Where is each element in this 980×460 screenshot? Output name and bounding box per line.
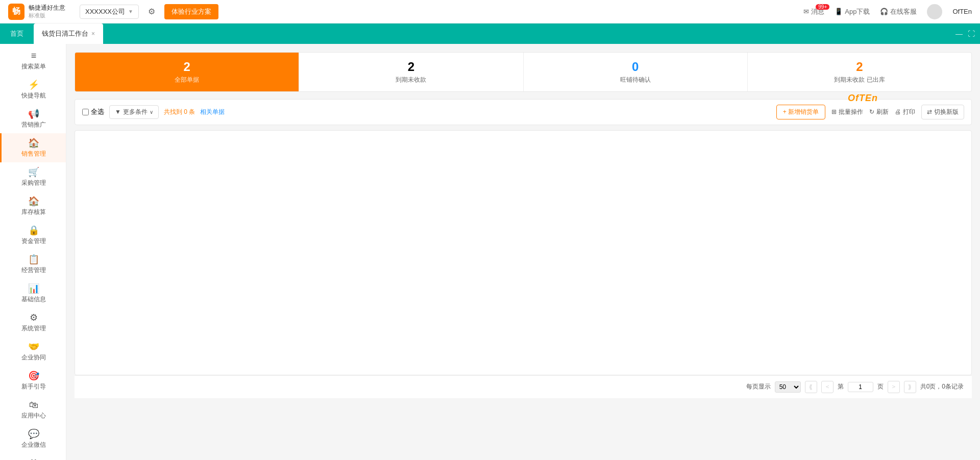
pagination: 每页显示 50 100 200 ⟪ ＜ 第 页 ＞ ⟫ 共0页，0条记录 (75, 375, 972, 398)
sidebar-item-app-center[interactable]: 🛍 应用中心 (0, 395, 66, 424)
purchase-icon: 🛒 (28, 167, 39, 177)
app-download-item[interactable]: 📱 App下载 (835, 7, 870, 16)
sidebar-item-system[interactable]: ⚙ 系统管理 (0, 308, 66, 337)
messages-badge: 99+ (816, 4, 829, 10)
main-layout: ≡ 搜索菜单 ⚡ 快捷导航 📢 营销推广 🏠 销售管理 🛒 采购管理 🏠 库存核… (0, 44, 980, 460)
sidebar-item-inventory[interactable]: 🏠 库存核算 (0, 191, 66, 221)
page-input[interactable] (848, 382, 873, 392)
nav-tabs: 首页 钱货日清工作台 × — ⛶ (0, 23, 980, 44)
headset-icon: 🎧 (880, 8, 888, 15)
avatar[interactable] (927, 4, 942, 19)
sidebar-item-operations[interactable]: 📋 经营管理 (0, 250, 66, 279)
stat-num-overdue-out: 2 (758, 60, 961, 75)
stat-label-overdue: 到期未收款 (309, 76, 512, 84)
wechat-icon: 💬 (28, 429, 39, 439)
message-icon: ✉ (803, 8, 809, 15)
stat-card-overdue[interactable]: 2 到期未收款 (299, 53, 523, 91)
switch-version-button[interactable]: ⇄ 切换新版 (921, 105, 964, 119)
sales-icon: 🏠 (28, 138, 39, 148)
add-order-button[interactable]: + 新增销货单 (776, 105, 825, 119)
header-right: ✉ 消息 99+ 📱 App下载 🎧 在线客服 OfTEn (803, 4, 972, 19)
batch-icon: ⊞ (831, 108, 837, 115)
quick-nav-icon: ⚡ (28, 80, 39, 89)
found-text: 共找到 0 条 (164, 108, 195, 116)
print-button[interactable]: 🖨 打印 (895, 108, 915, 116)
logo-area: 畅 畅捷通好生意 标准版 (8, 4, 75, 20)
pagination-summary: 共0页，0条记录 (920, 382, 964, 391)
stat-card-overdue-out[interactable]: 2 到期未收款 已出库 (748, 53, 971, 91)
stat-label-pending: 旺铺待确认 (534, 76, 737, 84)
inventory-icon: 🏠 (28, 197, 39, 206)
first-page-button[interactable]: ⟪ (805, 381, 817, 393)
page-label-end: 页 (877, 382, 884, 391)
found-count: 0 (184, 108, 187, 115)
stat-num-pending: 0 (534, 60, 737, 75)
batch-action-button[interactable]: ⊞ 批量操作 (831, 108, 863, 116)
sidebar-item-sales[interactable]: 🏠 销售管理 (0, 133, 66, 162)
select-all-label[interactable]: 全选 (82, 107, 104, 116)
app-center-icon: 🛍 (29, 400, 38, 409)
select-all-checkbox[interactable] (82, 109, 89, 115)
chevron-down-icon-filter: ∨ (150, 109, 153, 115)
marketing-icon: 📢 (28, 109, 39, 118)
sidebar-item-quick-nav[interactable]: ⚡ 快捷导航 (0, 75, 66, 104)
toolbar-left: 全选 ▼ 更多条件 ∨ 共找到 0 条 相关单据 (82, 105, 225, 119)
logo-icon: 畅 (8, 4, 24, 20)
content-area: 2 全部单据 2 到期未收款 0 旺铺待确认 2 到期未收款 已出库 全选 (66, 44, 980, 460)
stat-num-overdue: 2 (309, 60, 512, 75)
stats-row: 2 全部单据 2 到期未收款 0 旺铺待确认 2 到期未收款 已出库 (75, 52, 972, 92)
top-header: 畅 畅捷通好生意 标准版 XXXXXX公司 ▼ ⚙ 体验行业方案 ✉ 消息 99… (0, 0, 980, 23)
stat-card-all[interactable]: 2 全部单据 (75, 53, 299, 91)
download-icon: 📱 (835, 8, 843, 15)
company-selector[interactable]: XXXXXX公司 ▼ (80, 5, 139, 19)
nav-maximize-icon[interactable]: ⛶ (968, 30, 975, 38)
finance-icon: 🔒 (28, 226, 39, 235)
close-tab-icon[interactable]: × (91, 30, 95, 37)
user-name: OfTEn (952, 8, 972, 15)
sidebar: ≡ 搜索菜单 ⚡ 快捷导航 📢 营销推广 🏠 销售管理 🛒 采购管理 🏠 库存核… (0, 44, 66, 460)
sidebar-item-finance[interactable]: 🔒 资金管理 (0, 221, 66, 250)
page-label: 第 (838, 382, 844, 391)
per-page-select[interactable]: 50 100 200 (775, 381, 801, 393)
switch-icon: ⇄ (927, 108, 932, 115)
refresh-button[interactable]: ↻ 刷新 (869, 108, 889, 116)
sidebar-item-enterprise[interactable]: 🤝 企业协同 (0, 337, 66, 366)
last-page-button[interactable]: ⟫ (904, 381, 916, 393)
print-icon: 🖨 (895, 108, 901, 115)
filter-icon: ▼ (115, 108, 121, 115)
chevron-down-icon: ▼ (128, 9, 133, 14)
sidebar-item-wechat[interactable]: 💬 企业微信 (0, 424, 66, 453)
sidebar-item-purchase[interactable]: 🛒 采购管理 (0, 162, 66, 191)
tab-work-bench[interactable]: 钱货日清工作台 × (34, 23, 103, 44)
refresh-icon: ↻ (869, 108, 874, 115)
trial-button[interactable]: 体验行业方案 (164, 4, 218, 19)
nav-right-controls: — ⛶ (955, 30, 980, 38)
filter-button[interactable]: ▼ 更多条件 ∨ (109, 105, 159, 119)
enterprise-icon: 🤝 (28, 342, 39, 351)
tab-home[interactable]: 首页 (0, 23, 34, 44)
next-page-button[interactable]: ＞ (888, 381, 900, 393)
sidebar-item-base-info[interactable]: 📊 基础信息 (0, 279, 66, 308)
table-area (75, 130, 972, 375)
settings-icon[interactable]: ⚙ (144, 4, 159, 19)
nav-minimize-icon[interactable]: — (955, 30, 963, 38)
operations-icon: 📋 (28, 255, 39, 264)
search-menu-icon: ≡ (31, 51, 37, 60)
toolbar: 全选 ▼ 更多条件 ∨ 共找到 0 条 相关单据 + 新增销货单 ⊞ 批 (75, 99, 972, 125)
related-orders-link[interactable]: 相关单据 (200, 108, 225, 116)
stat-num-all: 2 (85, 60, 288, 75)
system-icon: ⚙ (30, 313, 38, 322)
stat-label-all: 全部单据 (85, 76, 288, 84)
prev-page-button[interactable]: ＜ (821, 381, 834, 393)
logo-text: 畅捷通好生意 标准版 (29, 4, 65, 19)
guide-icon: 🎯 (28, 371, 39, 380)
sidebar-item-member[interactable]: V 畅会员 (0, 453, 66, 460)
sidebar-item-marketing[interactable]: 📢 营销推广 (0, 104, 66, 133)
online-service-item[interactable]: 🎧 在线客服 (880, 7, 917, 16)
sidebar-item-guide[interactable]: 🎯 新手引导 (0, 366, 66, 395)
stat-card-pending[interactable]: 0 旺铺待确认 (524, 53, 748, 91)
sidebar-item-search-menu[interactable]: ≡ 搜索菜单 (0, 46, 66, 75)
messages-item[interactable]: ✉ 消息 99+ (803, 7, 824, 16)
base-info-icon: 📊 (28, 284, 39, 293)
toolbar-right: + 新增销货单 ⊞ 批量操作 ↻ 刷新 🖨 打印 ⇄ 切换新版 (776, 105, 964, 119)
